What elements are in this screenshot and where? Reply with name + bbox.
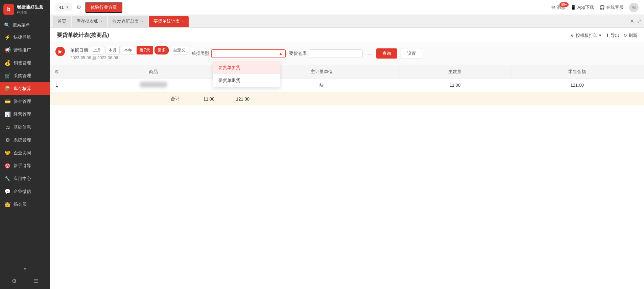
- date-btn-2[interactable]: 本年: [121, 46, 135, 54]
- settings-icon[interactable]: ⚙: [9, 276, 19, 286]
- topbar-settings-icon[interactable]: ⚙: [76, 4, 81, 10]
- search-icon: 🔍: [4, 22, 10, 28]
- refresh-label: 刷新: [628, 32, 637, 39]
- scroll-down-btn[interactable]: ▼: [0, 265, 50, 273]
- warehouse-more-btn[interactable]: …: [365, 49, 373, 58]
- messages-icon: ✉: [551, 5, 555, 10]
- date-btn-0[interactable]: 上月: [90, 46, 104, 54]
- tab-close-batch-account[interactable]: ×: [100, 19, 102, 23]
- page-header: 要货单统计表(按商品) 🖨 按模板打印 ▾ ⬇ 导出 ↻ 刷新: [50, 28, 644, 42]
- warehouse-filter-group: 要货仓库 …: [289, 49, 373, 58]
- tab-receive-summary[interactable]: 收发存汇总表×: [108, 16, 148, 27]
- refresh-icon: ↻: [623, 33, 627, 38]
- page-title: 要货单统计表(按商品): [57, 32, 109, 39]
- sidebar-item-finance[interactable]: 💳资金管理: [0, 95, 50, 108]
- sidebar-item-system[interactable]: ⚙系统管理: [0, 134, 50, 147]
- tab-home[interactable]: 首页: [53, 16, 71, 27]
- settings-button[interactable]: 设置: [401, 48, 422, 59]
- date-btn-1[interactable]: 本月: [105, 46, 120, 54]
- expand-btn[interactable]: ⤢: [637, 18, 641, 24]
- nav-icon-operations: 📊: [4, 111, 11, 117]
- footer-quantity: 11.00: [192, 96, 226, 102]
- brand-name: 畅捷通好生意: [17, 4, 43, 10]
- table-header-row: ⚙ 商品 主计量单位 主数量 零售金额: [50, 65, 644, 79]
- online-service-btn[interactable]: 🎧 在线客服: [599, 4, 624, 10]
- tab-batch-account[interactable]: 库存批次账×: [72, 16, 107, 27]
- th-settings: ⚙: [50, 65, 64, 79]
- export-label: 导出: [611, 32, 619, 39]
- nav-icon-quick-nav: ⚡: [4, 34, 11, 40]
- table-container: ⚙ 商品 主计量单位 主数量 零售金额 1 块: [50, 65, 644, 92]
- tab-label-order-stats: 要货单统计表: [153, 18, 180, 24]
- print-icon: 🖨: [570, 33, 574, 38]
- refresh-btn[interactable]: ↻ 刷新: [623, 32, 637, 39]
- topbar-right: ✉ 消息 99+ 📱 App下载 🎧 在线客服 Rit: [551, 3, 639, 12]
- row-quantity: 11.00: [400, 79, 510, 92]
- nav-label-purchase: 采购管理: [14, 73, 46, 79]
- sidebar-item-marketing[interactable]: 📢营销推广: [0, 44, 50, 57]
- filter-area: ▶ 单据日期 上月本月本年近7天更多自定义 2023-05-06 至 2023-…: [50, 42, 644, 65]
- sidebar-item-collab[interactable]: 🤝企业协同: [0, 147, 50, 159]
- store-dropdown-arrow: ▼: [66, 5, 69, 9]
- nav-label-operations: 经营管理: [14, 111, 46, 117]
- table-row: 1 块 11.00 121.00: [50, 79, 644, 92]
- print-btn[interactable]: 🖨 按模板打印 ▾: [570, 32, 601, 39]
- tab-label-receive-summary: 收发存汇总表: [113, 18, 139, 24]
- close-all-btn[interactable]: ✕: [630, 18, 634, 24]
- type-filter-input[interactable]: [211, 49, 286, 58]
- warehouse-filter-input[interactable]: [309, 49, 363, 58]
- filter-row: 单据日期 上月本月本年近7天更多自定义 2023-05-06 至 2023-06…: [70, 46, 639, 61]
- store-selector[interactable]: 41 ▼: [55, 3, 72, 11]
- sidebar-item-member[interactable]: 👑畅会员: [0, 198, 50, 211]
- dropdown-item-return[interactable]: 要货单退货: [213, 74, 280, 87]
- type-filter-chevron[interactable]: ▲: [279, 51, 283, 56]
- nav-label-marketing: 营销推广: [14, 47, 46, 53]
- sidebar-item-inventory[interactable]: 📦库存核算: [0, 82, 50, 95]
- nav-label-appstore: 应用中心: [14, 176, 46, 182]
- search-menu[interactable]: 🔍 搜索菜单: [0, 19, 50, 31]
- nav-label-finance: 资金管理: [14, 98, 46, 105]
- date-btn-3[interactable]: 近7天: [137, 46, 153, 54]
- sidebar-item-quick-nav[interactable]: ⚡快捷导航: [0, 31, 50, 44]
- tab-label-batch-account: 库存批次账: [76, 18, 98, 24]
- date-btn-4[interactable]: 更多: [154, 46, 169, 54]
- th-settings-icon[interactable]: ⚙: [54, 69, 59, 74]
- tab-close-order-stats[interactable]: ×: [182, 19, 184, 23]
- promo-button[interactable]: 体验行业方案: [85, 2, 122, 13]
- user-avatar[interactable]: Rit: [629, 3, 639, 12]
- dropdown-item-order[interactable]: 要货单要货: [213, 61, 280, 74]
- tab-order-stats[interactable]: 要货单统计表×: [149, 16, 189, 27]
- type-filter-label: 单据类型: [192, 50, 209, 57]
- page-content: 要货单统计表(按商品) 🖨 按模板打印 ▾ ⬇ 导出 ↻ 刷新 ▶: [50, 28, 644, 289]
- sidebar-item-guide[interactable]: 🎯新手引导: [0, 159, 50, 172]
- nav-icon-marketing: 📢: [4, 47, 11, 53]
- page-header-actions: 🖨 按模板打印 ▾ ⬇ 导出 ↻ 刷新: [570, 32, 637, 39]
- nav-icon-guide: 🎯: [4, 163, 11, 169]
- topbar-left: 41 ▼ ⚙ 体验行业方案: [55, 2, 551, 13]
- nav-label-sales: 销售管理: [14, 60, 46, 66]
- tabs-actions: ✕ ⤢: [630, 18, 641, 24]
- sidebar-item-appstore[interactable]: 🔧应用中心: [0, 172, 50, 185]
- query-button[interactable]: 查询: [376, 48, 397, 59]
- data-table: ⚙ 商品 主计量单位 主数量 零售金额 1 块: [50, 65, 644, 92]
- nav-label-inventory: 库存核算: [14, 86, 46, 92]
- sidebar-item-operations[interactable]: 📊经营管理: [0, 108, 50, 121]
- warehouse-filter-label: 要货仓库: [289, 50, 307, 57]
- sidebar-item-purchase[interactable]: 🛒采购管理: [0, 69, 50, 82]
- sidebar-item-sales[interactable]: 💰销售管理: [0, 57, 50, 69]
- tabs-bar: 首页库存批次账×收发存汇总表×要货单统计表× ✕ ⤢: [50, 15, 644, 28]
- filter-toggle-btn[interactable]: ▶: [55, 47, 65, 56]
- nav-label-collab: 企业协同: [14, 150, 46, 156]
- table-footer: 合计 11.00 121.00: [50, 92, 644, 105]
- app-download-btn[interactable]: 📱 App下载: [571, 4, 594, 10]
- sidebar-item-wecom[interactable]: 💬企业微信: [0, 185, 50, 198]
- date-range-btns: 上月本月本年近7天更多自定义: [90, 46, 188, 54]
- export-btn[interactable]: ⬇ 导出: [605, 32, 619, 39]
- sidebar-item-basics[interactable]: 🗂基础信息: [0, 121, 50, 134]
- nav-label-guide: 新手引导: [14, 163, 46, 169]
- menu-icon[interactable]: ☰: [31, 276, 41, 286]
- tab-close-receive-summary[interactable]: ×: [141, 19, 143, 23]
- footer-amount: 121.00: [226, 96, 260, 102]
- messages-btn[interactable]: ✉ 消息 99+: [551, 4, 565, 10]
- date-btn-5[interactable]: 自定义: [170, 46, 188, 54]
